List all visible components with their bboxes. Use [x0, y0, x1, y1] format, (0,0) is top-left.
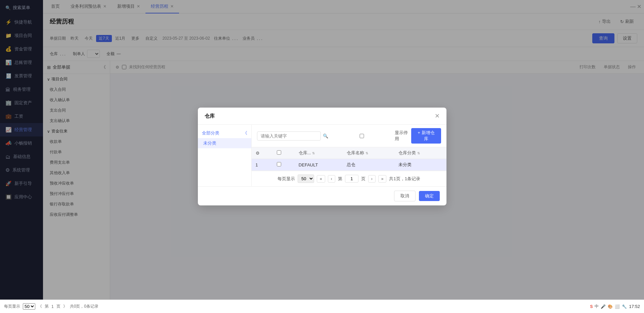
taskbar-nav-last[interactable]: 》 — [63, 304, 67, 309]
taskbar: 每页显示 50 《 第 1 页 》 共0页，0条记录 S 中 🎤 🎨 ⬜ 🔧 1… — [0, 300, 644, 313]
modal-page-label: 第 — [338, 176, 342, 182]
taskbar-icon-mic: 🎤 — [601, 304, 606, 309]
modal-per-page-select[interactable]: 50 — [298, 174, 314, 183]
modal-tree-all[interactable]: 全部分类 《 — [198, 128, 251, 138]
show-disabled-checkbox[interactable]: 显示停用 — [330, 130, 412, 142]
col-checkbox — [273, 147, 295, 159]
modal-body: 全部分类 《 未分类 🔍 显示停用 + — [198, 125, 446, 186]
modal-total-text: 共1页，1条记录 — [389, 176, 420, 182]
tree-item-uncategorized[interactable]: 未分类 — [198, 138, 251, 148]
taskbar-left: 每页显示 50 《 第 1 页 》 共0页，0条记录 — [4, 303, 98, 310]
row-check[interactable] — [277, 162, 281, 166]
add-warehouse-button[interactable]: + 新增仓库 — [411, 128, 441, 144]
sort-code-icon: ⇅ — [312, 151, 315, 155]
row-category: 未分类 — [394, 159, 446, 171]
tree-collapse-icon[interactable]: 《 — [243, 130, 247, 136]
modal-tree: 全部分类 《 未分类 — [198, 125, 252, 186]
modal-page-first[interactable]: « — [317, 175, 325, 183]
taskbar-page-suffix: 页 — [56, 304, 60, 309]
sort-category-icon: ⇅ — [417, 151, 420, 155]
table-row[interactable]: 1 DEFAULT 总仓 未分类 — [252, 159, 446, 171]
col-category-header[interactable]: 仓库分类 ⇅ — [394, 147, 446, 159]
modal-page-next[interactable]: › — [368, 175, 376, 183]
modal-search-input[interactable] — [257, 131, 321, 141]
col-settings[interactable]: ⚙ — [252, 147, 273, 159]
modal-page-suffix: 页 — [361, 176, 366, 182]
modal-per-page-label: 每页显示 — [277, 176, 295, 182]
modal-table: ⚙ 仓库... ⇅ 仓库名称 — [252, 147, 446, 171]
taskbar-page-label: 第 — [45, 304, 49, 309]
modal-page-input[interactable] — [345, 175, 358, 183]
taskbar-page-num: 1 — [51, 304, 54, 309]
modal-header: 仓库 ✕ — [198, 108, 446, 125]
modal-overlay: 仓库 ✕ 全部分类 《 未分类 🔍 — [0, 0, 644, 313]
col-name-header[interactable]: 仓库名称 ⇅ — [343, 147, 394, 159]
modal-close-button[interactable]: ✕ — [435, 112, 440, 120]
row-code: DEFAULT — [295, 159, 343, 171]
modal-search: 🔍 显示停用 — [257, 130, 412, 142]
disabled-checkbox-input[interactable] — [330, 134, 394, 138]
col-category-label: 仓库分类 — [398, 150, 416, 155]
taskbar-nav-first[interactable]: 《 — [38, 304, 42, 309]
taskbar-time: 17:52 — [629, 304, 640, 309]
taskbar-per-page-select[interactable]: 50 — [23, 303, 35, 310]
modal-search-icon[interactable]: 🔍 — [323, 133, 328, 139]
modal-page-prev[interactable]: ‹ — [328, 175, 335, 183]
tree-all-label: 全部分类 — [202, 130, 219, 136]
col-code-label: 仓库... — [299, 150, 311, 155]
taskbar-icon-paint: 🎨 — [608, 304, 613, 309]
row-checkbox[interactable] — [273, 159, 295, 171]
col-code-header[interactable]: 仓库... ⇅ — [295, 147, 343, 159]
col-settings-icon: ⚙ — [256, 151, 260, 156]
taskbar-icon-zh: 中 — [595, 304, 599, 309]
taskbar-icon-tool: 🔧 — [622, 304, 627, 309]
disabled-label: 显示停用 — [395, 130, 411, 142]
taskbar-per-page-label: 每页显示 — [4, 304, 20, 309]
table-select-all[interactable] — [277, 150, 281, 155]
modal-title: 仓库 — [205, 113, 215, 119]
confirm-button[interactable]: 确定 — [419, 191, 440, 201]
col-name-label: 仓库名称 — [347, 150, 364, 155]
taskbar-right: S 中 🎤 🎨 ⬜ 🔧 17:52 — [590, 304, 640, 309]
modal-page-last[interactable]: » — [378, 175, 387, 183]
modal-footer: 取消 确定 — [198, 186, 446, 205]
modal-right: 🔍 显示停用 + 新增仓库 ⚙ — [252, 125, 446, 186]
row-name: 总仓 — [343, 159, 394, 171]
modal-toolbar: 🔍 显示停用 + 新增仓库 — [252, 125, 446, 147]
taskbar-total: 共0页，0条记录 — [70, 304, 98, 309]
taskbar-icon-screen: ⬜ — [615, 304, 620, 309]
modal-pagination: 每页显示 50 « ‹ 第 页 › » 共1页，1条记录 — [252, 171, 446, 186]
row-settings: 1 — [252, 159, 273, 171]
taskbar-icon-s: S — [590, 304, 593, 309]
sort-name-icon: ⇅ — [366, 151, 368, 155]
cancel-button[interactable]: 取消 — [394, 191, 416, 201]
warehouse-modal: 仓库 ✕ 全部分类 《 未分类 🔍 — [198, 108, 446, 205]
